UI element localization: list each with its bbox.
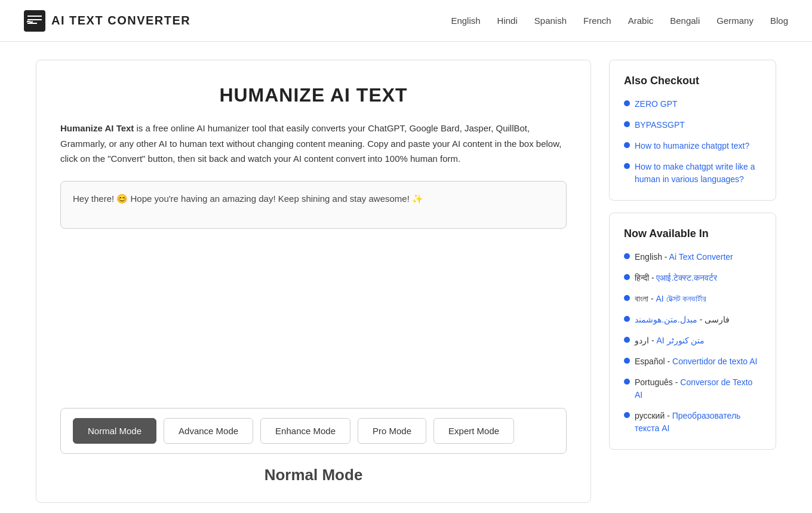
bullet-icon xyxy=(624,142,630,148)
list-item: How to humanize chatgpt text? xyxy=(624,140,761,152)
description: Humanize AI Text is a free online AI hum… xyxy=(60,121,567,167)
lang-label: English - xyxy=(635,252,669,262)
list-item: اردو - AI متن کنورٹر xyxy=(624,334,761,347)
also-checkout-list: ZERO GPTBYPASSGPTHow to humanize chatgpt… xyxy=(624,98,761,186)
main-container: HUMANIZE AI TEXT Humanize AI Text is a f… xyxy=(24,60,788,503)
now-available-title: Now Available In xyxy=(624,228,761,240)
available-item-text: فارسی - مبدل.متن.هوشمند xyxy=(635,314,730,326)
nav-link-bengali[interactable]: Bengali xyxy=(670,16,700,26)
available-link[interactable]: AI টেক্সট কনভার্টার xyxy=(656,294,706,303)
lang-label: فارسی - xyxy=(697,315,730,324)
mode-tabs: Normal ModeAdvance ModeEnhance ModePro M… xyxy=(73,418,554,444)
nav-link-spanish[interactable]: Spanish xyxy=(534,16,567,26)
available-link[interactable]: مبدل.متن.هوشمند xyxy=(635,315,697,324)
bullet-icon xyxy=(624,295,630,301)
checkout-link[interactable]: How to make chatgpt write like a human i… xyxy=(635,161,761,186)
lang-label: русский - xyxy=(635,411,672,420)
nav-link-french[interactable]: French xyxy=(583,16,611,26)
available-item-text: हिन्दी - एआई.टेक्स्ट.कनवर्टर xyxy=(635,272,717,284)
section-heading: Normal Mode xyxy=(60,466,567,484)
header: ~ AI TEXT CONVERTER EnglishHindiSpanishF… xyxy=(0,0,812,42)
logo-text: AI TEXT CONVERTER xyxy=(51,14,190,27)
nav: EnglishHindiSpanishFrenchArabicBengaliGe… xyxy=(451,16,788,26)
lang-label: हिन्दी - xyxy=(635,273,656,282)
available-link[interactable]: एआई.टेक्स्ट.कनवर्टर xyxy=(656,273,717,282)
bullet-icon xyxy=(624,316,630,322)
available-item-text: اردو - AI متن کنورٹر xyxy=(635,334,705,347)
checkout-link[interactable]: BYPASSGPT xyxy=(635,119,685,131)
content-area: HUMANIZE AI TEXT Humanize AI Text is a f… xyxy=(36,60,591,503)
now-available-box: Now Available In English - Ai Text Conve… xyxy=(609,213,776,450)
list-item: How to make chatgpt write like a human i… xyxy=(624,161,761,186)
mode-tab-pro-mode[interactable]: Pro Mode xyxy=(358,418,426,444)
available-link[interactable]: AI متن کنورٹر xyxy=(656,336,705,345)
nav-link-arabic[interactable]: Arabic xyxy=(628,16,654,26)
available-item-text: English - Ai Text Converter xyxy=(635,251,733,263)
nav-link-english[interactable]: English xyxy=(451,16,480,26)
logo-icon: ~ xyxy=(24,10,45,32)
available-link[interactable]: Convertidor de texto AI xyxy=(672,357,757,366)
bullet-icon xyxy=(624,100,630,106)
lang-label: বাংলা - xyxy=(635,294,656,303)
nav-link-germany[interactable]: Germany xyxy=(716,16,753,26)
available-link[interactable]: Ai Text Converter xyxy=(669,252,733,262)
mode-tab-normal-mode[interactable]: Normal Mode xyxy=(73,418,156,444)
bullet-icon xyxy=(624,253,630,259)
checkout-link[interactable]: ZERO GPT xyxy=(635,98,678,110)
mode-tab-enhance-mode[interactable]: Enhance Mode xyxy=(260,418,350,444)
description-bold: Humanize AI Text xyxy=(60,123,134,133)
page-title: HUMANIZE AI TEXT xyxy=(60,84,567,106)
also-checkout-title: Also Checkout xyxy=(624,75,761,87)
now-available-list: English - Ai Text Converterहिन्दी - एआई.… xyxy=(624,251,761,435)
list-item: English - Ai Text Converter xyxy=(624,251,761,263)
sidebar: Also Checkout ZERO GPTBYPASSGPTHow to hu… xyxy=(609,60,776,503)
available-item-text: Português - Conversor de Texto AI xyxy=(635,376,761,401)
mode-tab-advance-mode[interactable]: Advance Mode xyxy=(164,418,253,444)
logo[interactable]: ~ AI TEXT CONVERTER xyxy=(24,10,190,32)
mode-tab-expert-mode[interactable]: Expert Mode xyxy=(433,418,514,444)
list-item: BYPASSGPT xyxy=(624,119,761,131)
list-item: Español - Convertidor de texto AI xyxy=(624,355,761,368)
spacer xyxy=(60,241,567,408)
available-item-text: বাংলা - AI টেক্সট কনভার্টার xyxy=(635,293,706,305)
bullet-icon xyxy=(624,163,630,169)
available-item-text: Español - Convertidor de texto AI xyxy=(635,355,757,368)
list-item: русский - Преобразователь текста AI xyxy=(624,410,761,435)
available-item-text: русский - Преобразователь текста AI xyxy=(635,410,761,435)
lang-label: Español - xyxy=(635,357,672,366)
checkout-link[interactable]: How to humanize chatgpt text? xyxy=(635,140,749,152)
also-checkout-box: Also Checkout ZERO GPTBYPASSGPTHow to hu… xyxy=(609,60,776,201)
svg-text:~: ~ xyxy=(26,15,33,28)
lang-label: Português - xyxy=(635,377,680,387)
text-input[interactable]: Hey there! 😊 Hope you're having an amazi… xyxy=(60,181,567,229)
bullet-icon xyxy=(624,337,630,343)
list-item: Português - Conversor de Texto AI xyxy=(624,376,761,401)
list-item: فارسی - مبدل.متن.هوشمند xyxy=(624,314,761,326)
bullet-icon xyxy=(624,121,630,127)
bullet-icon xyxy=(624,274,630,280)
input-text: Hey there! 😊 Hope you're having an amazi… xyxy=(73,193,423,204)
nav-link-blog[interactable]: Blog xyxy=(770,16,788,26)
bullet-icon xyxy=(624,358,630,364)
bullet-icon xyxy=(624,412,630,418)
list-item: हिन्दी - एआई.टेक्स्ट.कनवर्टर xyxy=(624,272,761,284)
list-item: বাংলা - AI টেক্সট কনভার্টার xyxy=(624,293,761,305)
bullet-icon xyxy=(624,379,630,385)
lang-label: اردو - xyxy=(635,336,656,345)
description-rest: is a free online AI humanizer tool that … xyxy=(60,123,561,164)
nav-link-hindi[interactable]: Hindi xyxy=(497,16,518,26)
mode-tabs-wrapper: Normal ModeAdvance ModeEnhance ModePro M… xyxy=(60,408,567,454)
list-item: ZERO GPT xyxy=(624,98,761,110)
